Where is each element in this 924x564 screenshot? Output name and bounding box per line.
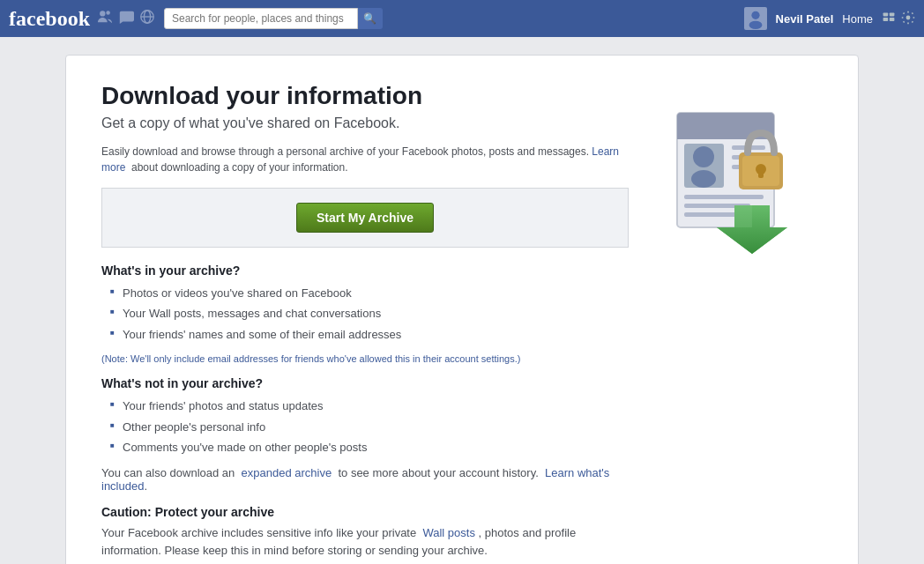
gear-icon[interactable] (901, 11, 915, 27)
svg-rect-8 (883, 12, 889, 16)
list-item: Comments you've made on other people's p… (110, 437, 629, 457)
svg-point-1 (106, 11, 110, 15)
search-bar: 🔍 (164, 8, 383, 29)
list-item: Your friends' names and some of their em… (110, 324, 629, 345)
caution-text: Your Facebook archive includes sensitive… (101, 524, 629, 559)
content-right (646, 82, 823, 559)
caution-title: Caution: Protect your archive (101, 505, 629, 519)
username-label[interactable]: Nevil Patel (776, 12, 834, 26)
whats-in-note: (Note: We'll only include email addresse… (101, 353, 629, 364)
facebook-logo: facebook (9, 7, 90, 31)
whats-in-list: Photos or videos you've shared on Facebo… (101, 283, 629, 345)
start-archive-button[interactable]: Start My Archive (296, 203, 434, 233)
description-text2: about downloading a copy of your informa… (131, 161, 348, 174)
svg-point-17 (693, 146, 714, 167)
page-subtitle: Get a copy of what you've shared on Face… (101, 115, 629, 131)
download-illustration (659, 100, 809, 249)
friends-icon[interactable] (97, 9, 113, 28)
list-item: Photos or videos you've shared on Facebo… (110, 283, 629, 303)
page-wrapper: Download your information Get a copy of … (0, 37, 924, 564)
content-card: Download your information Get a copy of … (65, 55, 859, 564)
svg-rect-28 (758, 169, 764, 178)
expanded-archive-text: You can also download an expanded archiv… (101, 466, 629, 493)
whats-not-list: Your friends' photos and status updates … (101, 396, 629, 457)
wall-posts-link[interactable]: Wall posts (422, 526, 474, 539)
nav-icons (97, 9, 155, 28)
svg-point-12 (906, 15, 911, 19)
avatar (744, 7, 767, 30)
messages-icon[interactable] (118, 9, 134, 28)
svg-rect-10 (883, 18, 889, 21)
svg-point-18 (691, 170, 716, 188)
expanded-archive-link[interactable]: expanded archive (242, 466, 332, 479)
notification-icon[interactable] (882, 11, 896, 27)
navbar: facebook 🔍 (0, 0, 924, 37)
list-item: Your friends' photos and status updates (110, 396, 629, 416)
search-input[interactable] (164, 8, 358, 29)
home-link[interactable]: Home (842, 12, 873, 26)
svg-marker-31 (734, 205, 752, 227)
list-item: Other people's personal info (110, 417, 629, 437)
content-left: Download your information Get a copy of … (101, 82, 629, 559)
expanded-text2: to see more about your account history. (338, 466, 538, 479)
description-text: Easily download and browse through a per… (101, 145, 589, 158)
list-item: Your Wall posts, messages and chat conve… (110, 303, 629, 323)
archive-box: Start My Archive (101, 188, 629, 248)
svg-rect-9 (890, 12, 895, 16)
expanded-text: You can also download an (101, 466, 235, 479)
caution-text1: Your Facebook archive includes sensitive… (101, 526, 416, 539)
illustration-svg (659, 100, 809, 258)
page-title: Download your information (101, 82, 629, 110)
svg-point-7 (749, 21, 762, 29)
svg-rect-11 (890, 18, 895, 21)
svg-point-0 (100, 11, 105, 16)
svg-point-6 (751, 11, 759, 19)
search-button[interactable]: 🔍 (358, 8, 383, 29)
whats-in-title: What's in your archive? (101, 263, 629, 278)
svg-rect-22 (684, 195, 764, 199)
nav-settings-icons (882, 11, 915, 27)
page-description: Easily download and browse through a per… (101, 144, 629, 175)
globe-icon[interactable] (139, 9, 155, 28)
nav-right: Nevil Patel Home (744, 7, 915, 30)
whats-not-title: What's not in your archive? (101, 376, 629, 390)
